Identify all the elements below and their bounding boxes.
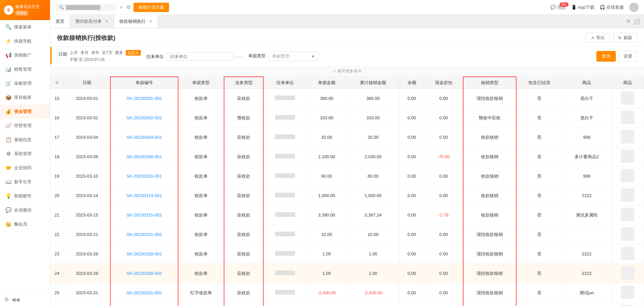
cell-discount: 0.00 — [424, 128, 463, 147]
tab-collection[interactable]: 收款核销执行 ✕ — [114, 15, 158, 28]
sidebar-label-9: 系统管理 — [14, 151, 32, 157]
bill-no-link[interactable]: SK-20230321-003 — [126, 232, 162, 237]
bill-no-link[interactable]: SK-20230301-002 — [126, 96, 162, 101]
cell-biz-type: 应收款 — [224, 205, 263, 225]
cell-index: 17 — [50, 128, 64, 147]
tab-prepay-close-icon[interactable]: ✕ — [105, 19, 108, 24]
cell-balance: 0.00 — [399, 89, 424, 108]
cell-amount: 20.00 — [307, 303, 347, 306]
cell-party — [263, 283, 307, 303]
sidebar-item-10[interactable]: 🤝企业协同 — [0, 161, 50, 175]
more-date-link[interactable]: 更多 — [115, 50, 123, 56]
sidebar-item-12[interactable]: 💡智能硬件 — [0, 189, 50, 203]
sidebar-item-8[interactable]: 📋基础信息 — [0, 133, 50, 147]
cell-goods2 — [611, 186, 644, 205]
sidebar-item-5[interactable]: 📦库存核算 — [0, 90, 50, 105]
party-filter-group: 往来单位 ··· — [146, 52, 243, 61]
data-table: ⚙ 日期 单据编号 单据类型 业务类型 往来单位 单据金额 累计核销金额 余额 … — [50, 76, 644, 306]
sidebar-label-8: 基础信息 — [14, 137, 32, 143]
sidebar-item-2[interactable]: 📢营销推广 — [0, 48, 50, 62]
cell-bill-type: 收款单 — [178, 205, 224, 225]
cell-index: 21 — [50, 205, 64, 225]
settings-icon[interactable]: ⚙ — [4, 296, 9, 303]
col-cancel-amount-header: 累计核销金额 — [347, 77, 399, 89]
this-month-link[interactable]: 本月 — [80, 50, 89, 56]
bill-no-link[interactable]: SK-20230308-001 — [126, 154, 162, 159]
cell-party — [263, 128, 307, 147]
cell-index: 16 — [50, 108, 64, 128]
tab-close-window-icon[interactable]: ✕ — [626, 18, 631, 24]
tab-collection-label: 收款核销执行 — [119, 18, 146, 24]
custom-date-button[interactable]: 自定义 — [126, 50, 141, 56]
collapse-icon[interactable]: ◀◀ — [11, 296, 19, 303]
cell-goods: 老白干 — [562, 89, 611, 108]
cell-index: 20 — [50, 186, 64, 205]
app-download-item[interactable]: 📱 App下载 — [571, 4, 594, 10]
sidebar-item-13[interactable]: 💬企业微信 — [0, 203, 50, 217]
cell-include-settled: 否 — [516, 108, 562, 128]
cell-date: 2023-03-08 — [64, 147, 110, 167]
bill-no-link[interactable]: SK-20230331-002 — [126, 290, 162, 295]
bill-no-link[interactable]: SK-20230314-001 — [126, 193, 162, 198]
party-input[interactable] — [166, 52, 233, 61]
sidebar-item-9[interactable]: ⚙系统管理 — [0, 147, 50, 161]
tab-prepay[interactable]: 预付款应付单 ✕ — [70, 15, 114, 28]
bill-no-link[interactable]: SK-20230328-002 — [126, 271, 162, 276]
export-button[interactable]: ↗ 导出 — [586, 33, 610, 43]
goods-thumbnail — [621, 247, 634, 260]
page-title: 收款核销执行(按收款) — [57, 34, 115, 42]
sidebar-item-14[interactable]: 👑畅会员 — [0, 217, 50, 231]
query-button[interactable]: 查询 — [596, 51, 616, 62]
bill-type-select[interactable]: 单据类型 ▼ — [268, 52, 319, 61]
topbar-search[interactable]: 🔍 ████████████ — [56, 4, 116, 11]
user-avatar[interactable] — [629, 3, 639, 12]
sidebar-item-1[interactable]: ⚡快捷导航 — [0, 34, 50, 48]
dropdown-arrow-icon: ▼ — [119, 5, 123, 10]
solution-button[interactable]: 体验行业方案 — [133, 3, 169, 12]
party-blurred — [275, 173, 295, 178]
refresh-button[interactable]: ↻ 刷新 — [613, 33, 637, 43]
online-service-item[interactable]: 🎧 在线客服 — [600, 4, 624, 10]
sidebar-item-7[interactable]: 📈经营管理 — [0, 119, 50, 133]
expand-more-button[interactable]: ∨ 展开更多条件 — [333, 69, 361, 73]
message-item[interactable]: 💬 消息 99+ — [550, 4, 566, 10]
bill-no-link[interactable]: SK-20230328-001 — [126, 251, 162, 256]
last-7days-link[interactable]: 近7天 — [102, 50, 112, 56]
table-row: 20 2023-03-14 SK-20230314-001 收款单 应收款 1,… — [50, 186, 644, 205]
cell-cancel-amount: 360.00 — [347, 89, 399, 108]
more-options-icon[interactable]: ··· — [235, 53, 243, 60]
tab-home[interactable]: 首页 — [50, 15, 70, 28]
tab-maximize-icon[interactable]: ⬜ — [633, 18, 640, 24]
bill-no-link[interactable]: SK-20230315-002 — [126, 212, 162, 218]
cell-cancel-type: 预收中应收 — [463, 108, 516, 128]
gear-icon[interactable]: ⚙ — [126, 4, 131, 10]
bill-no-link[interactable]: SK-20230302-002 — [126, 115, 162, 120]
sidebar-item-6[interactable]: 💰资金管理 — [0, 105, 50, 119]
cell-bill-type: 收款单 — [178, 303, 224, 306]
cell-cancel-type: 收款核销 — [463, 186, 516, 205]
sidebar-label-2: 营销推广 — [14, 52, 32, 58]
settings-button[interactable]: 设置 — [619, 51, 637, 62]
sidebar-item-4[interactable]: 🛒采购管理 — [0, 76, 50, 90]
cell-bill-no: SK-20230315-002 — [110, 205, 178, 225]
sidebar-item-11[interactable]: 📖新手引导 — [0, 175, 50, 189]
cell-amount: 20.00 — [307, 128, 347, 147]
bill-no-link[interactable]: SK-20230304-001 — [126, 135, 162, 140]
sidebar-icon-10: 🤝 — [5, 165, 11, 171]
cell-index: 25 — [50, 283, 64, 303]
cell-discount: 0.00 — [424, 89, 463, 108]
cell-include-settled: 否 — [516, 283, 562, 303]
last-month-link[interactable]: 上月 — [70, 50, 78, 56]
sidebar-icon-4: 🛒 — [5, 80, 11, 86]
col-date-header: 日期 — [64, 77, 110, 89]
cell-cancel-amount: 20.00 — [347, 303, 399, 306]
sidebar-item-0[interactable]: 🔍搜索菜单 — [0, 20, 50, 34]
tab-collection-close-icon[interactable]: ✕ — [149, 19, 152, 24]
app-badge: 标推版 — [15, 10, 28, 16]
bill-no-link[interactable]: SK-20230310-001 — [126, 174, 162, 179]
this-year-link[interactable]: 本年 — [91, 50, 99, 56]
cell-include-settled: 否 — [516, 225, 562, 244]
cell-biz-type: 应收款 — [224, 186, 263, 205]
col-settings-header[interactable]: ⚙ — [50, 77, 64, 89]
sidebar-item-3[interactable]: 📊销售管理 — [0, 62, 50, 76]
